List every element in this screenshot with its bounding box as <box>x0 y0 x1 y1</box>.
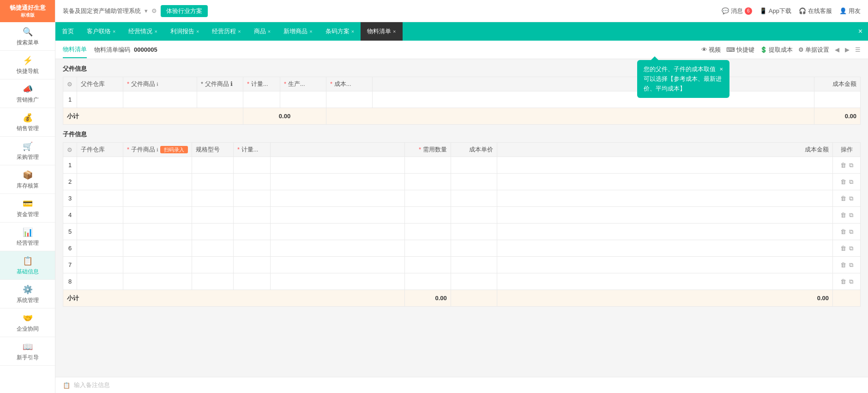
child-col-gear[interactable]: ⚙ <box>63 143 77 157</box>
child-cell-unit-8[interactable] <box>233 273 270 290</box>
child-cell-unit-cost-2[interactable] <box>451 174 497 190</box>
nav-tab-close[interactable]: × <box>113 29 115 34</box>
settings-icon[interactable]: ⚙ <box>151 7 157 14</box>
copy-icon-1[interactable]: ⧉ <box>849 162 853 169</box>
child-cell-unit-cost-3[interactable] <box>451 190 497 207</box>
child-cell-product-4[interactable] <box>123 207 192 224</box>
child-cell-warehouse-8[interactable] <box>77 273 123 290</box>
child-cell-qty-7[interactable] <box>404 257 451 273</box>
child-cell-product-8[interactable] <box>123 273 192 290</box>
sidebar-item-search[interactable]: 🔍搜索菜单 <box>0 22 55 51</box>
single-settings-btn[interactable]: ⚙ 单据设置 <box>798 46 829 54</box>
child-cell-unit-cost-7[interactable] <box>451 257 497 273</box>
child-cell-unit-cost-6[interactable] <box>451 240 497 257</box>
child-cell-spec-7[interactable] <box>192 257 233 273</box>
delete-icon-5[interactable]: 🗑 <box>840 228 846 235</box>
child-cell-qty-3[interactable] <box>404 190 451 207</box>
child-cell-unit-cost-1[interactable] <box>451 157 497 174</box>
online-service-btn[interactable]: 🎧 在线客服 <box>799 7 832 15</box>
nav-tab-客户联络[interactable]: 客户联络× <box>80 22 122 41</box>
child-cell-qty-1[interactable] <box>404 157 451 174</box>
child-cell-spec-4[interactable] <box>192 207 233 224</box>
copy-icon-3[interactable]: ⧉ <box>849 195 853 202</box>
dropdown-icon[interactable]: ▾ <box>145 7 148 14</box>
nav-tab-经营历程[interactable]: 经营历程× <box>205 22 247 41</box>
sidebar-item-enterprise[interactable]: 🤝企业协同 <box>0 308 55 337</box>
child-cell-warehouse-5[interactable] <box>77 224 123 240</box>
child-cell-qty-4[interactable] <box>404 207 451 224</box>
tooltip-close-btn[interactable]: × <box>719 65 723 74</box>
sidebar-item-inventory[interactable]: 📦库存核算 <box>0 165 55 194</box>
child-cell-product-7[interactable] <box>123 257 192 273</box>
sub-tab-bill-list[interactable]: 物料清单 <box>63 42 87 58</box>
parent-cell-cost-1[interactable] <box>326 91 373 108</box>
child-cell-warehouse-4[interactable] <box>77 207 123 224</box>
copy-icon-8[interactable]: ⧉ <box>849 278 853 285</box>
child-cell-unit-6[interactable] <box>233 240 270 257</box>
trial-button[interactable]: 体验行业方案 <box>161 5 208 17</box>
sidebar-item-purchase[interactable]: 🛒采购管理 <box>0 137 55 165</box>
child-cell-spec-6[interactable] <box>192 240 233 257</box>
child-cell-product-5[interactable] <box>123 224 192 240</box>
nav-tab-close[interactable]: × <box>351 29 354 34</box>
nav-tab-close[interactable]: × <box>309 29 312 34</box>
nav-tab-close[interactable]: × <box>154 29 157 34</box>
child-cell-unit-2[interactable] <box>233 174 270 190</box>
parent-cell-production-1[interactable] <box>280 91 326 108</box>
sidebar-item-sales[interactable]: 💰销售管理 <box>0 108 55 137</box>
nav-tab-物料清单[interactable]: 物料清单× <box>361 22 402 41</box>
delete-icon-8[interactable]: 🗑 <box>840 278 846 285</box>
scan-btn[interactable]: 扫码录入 <box>160 146 188 153</box>
child-cell-product-6[interactable] <box>123 240 192 257</box>
nav-left-btn[interactable]: ◀ <box>835 46 839 53</box>
child-cell-product-2[interactable] <box>123 174 192 190</box>
child-cell-warehouse-1[interactable] <box>77 157 123 174</box>
delete-icon-1[interactable]: 🗑 <box>840 162 846 169</box>
copy-icon-5[interactable]: ⧉ <box>849 228 853 236</box>
copy-icon-2[interactable]: ⧉ <box>849 178 853 186</box>
child-cell-warehouse-7[interactable] <box>77 257 123 273</box>
delete-icon-7[interactable]: 🗑 <box>840 261 846 268</box>
child-cell-product-1[interactable] <box>123 157 192 174</box>
child-cell-qty-8[interactable] <box>404 273 451 290</box>
menu-btn[interactable]: ☰ <box>855 46 861 53</box>
sidebar-item-guide[interactable]: 📖新手引导 <box>0 337 55 366</box>
child-cell-unit-cost-5[interactable] <box>451 224 497 240</box>
delete-icon-3[interactable]: 🗑 <box>840 195 846 202</box>
child-cell-unit-4[interactable] <box>233 207 270 224</box>
child-cell-unit-5[interactable] <box>233 224 270 240</box>
child-cell-unit-cost-8[interactable] <box>451 273 497 290</box>
app-download-btn[interactable]: 📱 App下载 <box>760 7 791 15</box>
user-btn[interactable]: 👤 用友 <box>839 7 861 15</box>
parent-cell-warehouse-1[interactable] <box>77 91 123 108</box>
nav-tab-close[interactable]: × <box>268 29 271 34</box>
nav-tab-close[interactable]: × <box>238 29 241 34</box>
child-cell-warehouse-2[interactable] <box>77 174 123 190</box>
delete-icon-6[interactable]: 🗑 <box>840 245 846 252</box>
child-cell-spec-2[interactable] <box>192 174 233 190</box>
extract-cost-btn[interactable]: 💲 提取成本 <box>760 46 793 54</box>
child-cell-spec-3[interactable] <box>192 190 233 207</box>
child-cell-unit-cost-4[interactable] <box>451 207 497 224</box>
sidebar-item-system[interactable]: ⚙️系统管理 <box>0 280 55 308</box>
nav-tab-商品[interactable]: 商品× <box>247 22 277 41</box>
copy-icon-4[interactable]: ⧉ <box>849 212 853 219</box>
shortcut-btn[interactable]: ⌨ 快捷键 <box>726 46 754 54</box>
parent-cell-unit-1[interactable] <box>243 91 280 108</box>
child-cell-qty-2[interactable] <box>404 174 451 190</box>
child-cell-qty-6[interactable] <box>404 240 451 257</box>
nav-right-btn[interactable]: ▶ <box>845 46 850 53</box>
child-cell-warehouse-3[interactable] <box>77 190 123 207</box>
delete-icon-4[interactable]: 🗑 <box>840 212 846 218</box>
nav-tab-close[interactable]: × <box>393 29 396 34</box>
child-cell-unit-7[interactable] <box>233 257 270 273</box>
nav-tab-经营情况[interactable]: 经营情况× <box>122 22 163 41</box>
parent-cell-spec-1[interactable] <box>197 91 243 108</box>
message-btn[interactable]: 💬 消息 6 <box>722 7 752 15</box>
nav-tab-close[interactable]: × <box>196 29 199 34</box>
nav-tab-条码方案[interactable]: 条码方案× <box>319 22 361 41</box>
close-all-btn[interactable]: × <box>853 27 868 36</box>
copy-icon-7[interactable]: ⧉ <box>849 261 853 269</box>
child-cell-spec-8[interactable] <box>192 273 233 290</box>
child-cell-unit-1[interactable] <box>233 157 270 174</box>
